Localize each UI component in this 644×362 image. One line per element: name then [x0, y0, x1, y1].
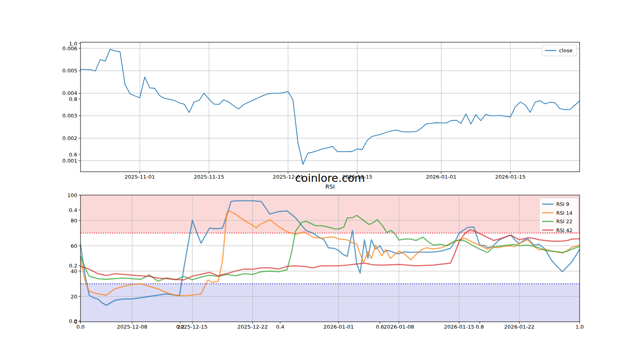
- rsi-y-tick-label: 80: [70, 218, 77, 224]
- rsi-y-tick-label: 0: [74, 319, 77, 325]
- outer-x-tick-label: 0.8: [476, 324, 484, 330]
- rsi-legend-label: RSI 9: [556, 201, 569, 207]
- rsi-legend-label: RSI 42: [556, 227, 572, 233]
- rsi-x-tick-label: 2026-01-08: [384, 324, 414, 330]
- rsi-title: RSI: [325, 183, 335, 190]
- outer-y-tick-label: 0.4: [69, 207, 77, 213]
- price-y-tick-label: 0.003: [62, 113, 77, 119]
- rsi-x-tick-label: 2026-01-15: [444, 324, 475, 330]
- outer-y-tick-label: 0.6: [69, 152, 77, 158]
- price-frame: [80, 42, 580, 172]
- outer-x-tick-label: 0.6: [376, 324, 384, 330]
- price-legend: close: [542, 45, 577, 56]
- price-x-tick-label: 2025-11-01: [125, 174, 155, 180]
- price-legend-label: close: [559, 47, 572, 53]
- price-x-tick-label: 2026-01-15: [495, 174, 526, 180]
- rsi-x-tick-label: 2026-01-01: [324, 324, 354, 330]
- rsi-chart: 0204060801002025-12-082025-12-152025-12-…: [67, 192, 580, 330]
- outer-y-tick-label: 0.8: [69, 96, 77, 102]
- rsi-y-tick-label: 20: [70, 294, 77, 300]
- price-x-tick-label: 2026-01-01: [426, 174, 456, 180]
- price-rsi-figure: 0.00.20.40.60.81.00.00.20.40.60.81.00.00…: [0, 0, 644, 362]
- rsi-legend-label: RSI 14: [556, 210, 572, 216]
- price-y-tick-label: 0.006: [62, 45, 77, 51]
- outer-x-tick-label: 0.4: [276, 324, 285, 330]
- oversold-band: [80, 284, 580, 322]
- rsi-legend: RSI 9RSI 14RSI 22RSI 42: [539, 198, 578, 233]
- chart-canvas: 0.00.20.40.60.81.00.00.20.40.60.81.00.00…: [0, 0, 644, 362]
- rsi-y-tick-label: 100: [67, 192, 77, 198]
- price-y-tick-label: 0.004: [62, 90, 77, 96]
- price-y-tick-label: 0.001: [62, 158, 77, 164]
- outer-y-tick-label: 0.2: [69, 263, 77, 269]
- rsi-x-tick-label: 2026-01-22: [504, 324, 535, 330]
- price-x-tick-label: 2025-11-15: [194, 174, 224, 180]
- outer-x-tick-label: 1.0: [576, 324, 584, 330]
- price-chart: 0.0010.0020.0030.0040.0050.0062025-11-01…: [62, 42, 580, 180]
- rsi-legend-label: RSI 22: [556, 218, 572, 224]
- rsi-y-tick-label: 60: [70, 243, 77, 249]
- watermark: coinlore.com: [295, 172, 365, 184]
- price-y-tick-label: 0.002: [62, 135, 77, 141]
- rsi-x-tick-label: 2025-12-15: [177, 324, 208, 330]
- outer-x-tick-label: 0.0: [76, 324, 85, 330]
- rsi-x-tick-label: 2025-12-22: [237, 324, 268, 330]
- rsi-x-tick-label: 2025-12-08: [117, 324, 147, 330]
- rsi-y-tick-label: 40: [70, 268, 77, 274]
- price-y-tick-label: 0.005: [62, 68, 77, 74]
- close-line: [80, 49, 580, 165]
